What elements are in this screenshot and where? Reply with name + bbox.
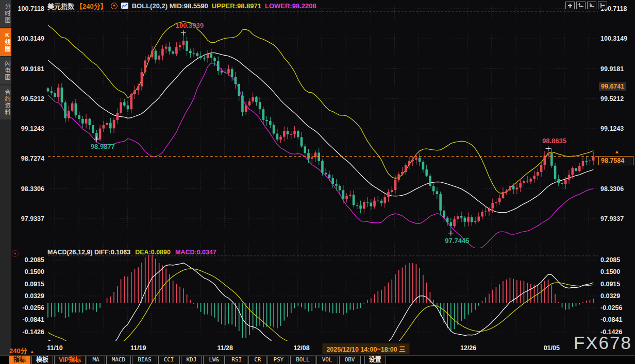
extreme-cross-marker (181, 30, 186, 36)
bollinger-mid-line (48, 53, 593, 213)
chart-type-icon[interactable] (121, 3, 128, 9)
footer-button[interactable]: CR (248, 356, 266, 364)
chart-app-window: 分时图K线图闪电图合约资料 美元指数 【240分】 + BOLL(20,2) M… (0, 0, 635, 364)
x-axis-tick-label: 11/10 (47, 344, 63, 352)
x-axis-tick-label: 01/05 (544, 344, 560, 352)
x-axis-tick-label: 11/28 (217, 344, 233, 352)
watermark-logo: FX678 (574, 333, 632, 353)
price-annotation: 98.8635 (542, 137, 566, 145)
y-axis-label: 0.1500 (25, 268, 44, 275)
footer-button[interactable]: CCI (158, 356, 180, 364)
macd-value-label: MACD:0.0347 (175, 249, 216, 256)
x-axis-tick-label: 12/26 (460, 344, 476, 352)
selected-candle-datetime: 2025/12/10 14:00~18:00 三 (322, 343, 409, 354)
upper-price-marker: 99.6741 (599, 82, 626, 91)
footer-button[interactable]: 指标 (9, 356, 30, 364)
sidebar-tab[interactable]: 分时图 (0, 0, 11, 27)
y-axis-label: 99.5212 (600, 95, 624, 102)
y-axis-label: -0.0256 (23, 304, 44, 311)
footer-button[interactable]: VOL (316, 356, 338, 364)
symbol-title: 美元指数 (47, 1, 74, 11)
footer-button[interactable]: 模板 (31, 356, 53, 364)
y-axis-label: 0.0915 (25, 281, 44, 288)
footer-button[interactable]: 设置 (364, 356, 386, 364)
chart-header: 美元指数 【240分】 + BOLL(20,2) MID:98.5590 UPP… (47, 1, 316, 10)
extreme-cross-marker (94, 136, 99, 142)
period-badge: 【240分】 (76, 1, 107, 11)
price-annotation: 98.9877 (91, 143, 115, 150)
macd-dea-label: DEA:0.0890 (135, 249, 171, 256)
footer-toolbar: 指标模板VIP指标MAMACDBIASCCIKDJLW&RSICRPSYBOLL… (0, 355, 635, 364)
footer-button[interactable]: BOLL (290, 356, 315, 364)
macd-histogram (48, 254, 593, 338)
y-axis-label: 0.0329 (25, 292, 44, 300)
axis-shift-icon[interactable] (598, 2, 607, 9)
y-axis-label: 0.2085 (25, 256, 44, 264)
y-axis-label: 99.9181 (600, 65, 624, 73)
y-axis-label: 97.9337 (21, 215, 44, 222)
axis-scale-right-icon[interactable] (587, 2, 596, 9)
sidebar-tab[interactable]: 合约资料 (0, 85, 11, 119)
axis-scale-left-icon[interactable] (576, 2, 586, 9)
price-annotation: 100.3939 (176, 22, 204, 29)
candlestick-series (47, 33, 595, 233)
add-indicator-icon[interactable]: + (111, 3, 118, 9)
chevron-up-icon: ▲ (30, 349, 35, 354)
main-chart-layer (47, 22, 595, 249)
extreme-cross-marker (546, 146, 551, 151)
y-axis-label: -0.0841 (600, 316, 622, 323)
period-selector[interactable]: 240分▲ (9, 345, 35, 355)
footer-button[interactable]: RSI (226, 356, 247, 364)
bollinger-lower-line (48, 63, 593, 249)
price-up-arrow-icon: ▲ (614, 149, 620, 154)
footer-button[interactable]: MA (87, 356, 105, 364)
bollinger-upper-line (48, 22, 593, 194)
main-right-axis: 100.7118100.314999.918199.521299.124398.… (600, 0, 633, 340)
footer-button[interactable]: BIAS (132, 356, 157, 364)
footer-button[interactable]: VIP指标 (54, 356, 86, 364)
main-left-axis: 100.7118100.314999.918199.521299.124398.… (12, 0, 44, 340)
y-axis-label: -0.0841 (23, 316, 44, 323)
y-axis-label: 98.7274 (21, 155, 44, 162)
pan-icon[interactable] (565, 2, 575, 9)
y-axis-label: 0.1500 (600, 268, 620, 275)
extreme-cross-marker (448, 231, 454, 236)
y-axis-label: -0.0256 (600, 304, 622, 311)
macd-header: MACD(26,12,9) DIFF:0.1063 DEA:0.0890 MAC… (47, 249, 216, 256)
y-axis-label: 98.3306 (21, 185, 44, 193)
footer-button[interactable]: MACD (106, 356, 131, 364)
y-axis-label: 100.3149 (600, 35, 627, 42)
y-axis-label: 97.9337 (600, 215, 624, 222)
y-axis-label: -0.1426 (23, 328, 44, 336)
footer-button[interactable]: PSY (268, 356, 289, 364)
footer-button[interactable]: KDJ (181, 356, 203, 364)
y-axis-label: 0.0915 (600, 281, 620, 288)
y-axis-label: 99.1243 (600, 125, 624, 132)
x-axis-tick-label: 11/19 (130, 344, 146, 352)
y-axis-label: 99.5212 (21, 95, 44, 102)
y-axis-label: 99.9181 (21, 65, 44, 73)
x-axis-tick-label: 12/08 (293, 344, 309, 352)
boll-lower-label: LOWER:98.2208 (265, 2, 316, 10)
current-price-box: 98.7584 (598, 156, 633, 165)
price-annotation: 97.7445 (445, 237, 469, 245)
sidebar-tab[interactable]: 闪电图 (0, 57, 11, 84)
y-axis-label: 98.3306 (600, 185, 624, 193)
macd-params-label: MACD(26,12,9) DIFF:0.1063 (47, 249, 130, 256)
sidebar: 分时图K线图闪电图合约资料 (0, 0, 11, 356)
y-axis-label: 0.2085 (600, 256, 620, 264)
y-axis-label: 100.7118 (18, 5, 44, 12)
y-axis-label: 0.0329 (600, 292, 620, 300)
footer-button[interactable]: OBV (339, 356, 361, 364)
y-axis-label: 99.1243 (21, 125, 44, 132)
footer-button[interactable]: LW& (203, 356, 225, 364)
boll-upper-label: UPPER:98.8971 (212, 2, 261, 10)
sidebar-tab[interactable]: K线图 (0, 28, 11, 56)
x-axis-strip: 2025/12/10 14:00~18:00 三 11/1011/1911/28… (0, 342, 635, 355)
chart-toolbar-icons (565, 2, 607, 9)
boll-params-label: BOLL(20,2) MID:98.5590 (132, 2, 208, 10)
y-axis-label: 100.3149 (18, 35, 44, 42)
chart-plot-area[interactable] (0, 0, 635, 364)
indicator-settings-icon[interactable] (12, 250, 19, 257)
